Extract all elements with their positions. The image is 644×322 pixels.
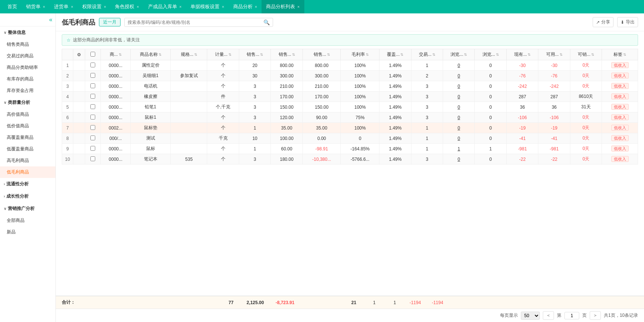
sort-icon[interactable]: ⇅ <box>400 52 403 57</box>
close-tab-icon[interactable]: × <box>104 4 106 9</box>
row-view1[interactable]: 0 <box>443 60 475 71</box>
row-view1[interactable]: 0 <box>443 92 475 102</box>
view1-link[interactable]: 0 <box>458 73 460 79</box>
row-gear[interactable] <box>73 144 85 154</box>
close-tab-icon[interactable]: × <box>43 4 45 9</box>
row-view1[interactable]: 0 <box>443 133 475 144</box>
row-checkbox-cell[interactable] <box>85 92 101 102</box>
sort-icon[interactable]: ⇅ <box>228 52 231 57</box>
settings-icon[interactable]: ⚙ <box>77 52 81 57</box>
view1-link[interactable]: 0 <box>458 115 460 120</box>
nav-item-商品分析列表[interactable]: 商品分析列表× <box>262 0 304 13</box>
row-checkbox-cell[interactable] <box>85 133 101 144</box>
row-view1[interactable]: 0 <box>443 102 475 112</box>
view1-link[interactable]: 0 <box>458 157 460 162</box>
sort-icon[interactable]: ⇅ <box>528 52 531 57</box>
row-checkbox[interactable] <box>90 115 95 119</box>
sort-icon[interactable]: ⇅ <box>158 52 161 57</box>
row-checkbox[interactable] <box>90 73 95 78</box>
filter-button[interactable]: 近一月 <box>99 18 121 26</box>
row-checkbox[interactable] <box>90 83 95 88</box>
row-gear[interactable] <box>73 154 85 165</box>
sidebar-group-流通性分析[interactable]: ›流通性分析 <box>0 178 55 190</box>
row-checkbox[interactable] <box>90 156 95 161</box>
sort-icon[interactable]: ⇅ <box>591 52 594 57</box>
nav-item-单据模板设置[interactable]: 单据模板设置× <box>186 0 228 13</box>
nav-item-产成品入库单[interactable]: 产成品入库单× <box>144 0 186 13</box>
sort-icon[interactable]: ⇅ <box>292 52 295 57</box>
sidebar-group-成长性分析[interactable]: ›成长性分析 <box>0 190 55 203</box>
close-tab-icon[interactable]: × <box>71 4 73 9</box>
sort-icon[interactable]: ⇅ <box>194 52 197 57</box>
row-checkbox[interactable] <box>90 94 95 99</box>
sort-icon[interactable]: ⇅ <box>366 52 369 57</box>
table-container[interactable]: ⚙商...⇅商品名称⇅规格...⇅计量...⇅销售...⇅销售...⇅销售...… <box>56 49 644 296</box>
row-gear[interactable] <box>73 133 85 144</box>
row-checkbox[interactable] <box>90 146 95 151</box>
row-checkbox-cell[interactable] <box>85 71 101 81</box>
sidebar-item-新品[interactable]: 新品 <box>0 226 55 238</box>
row-checkbox-cell[interactable] <box>85 123 101 133</box>
view1-link[interactable]: 1 <box>458 146 460 152</box>
sidebar-item-全部商品[interactable]: 全部商品 <box>0 215 55 226</box>
row-view1[interactable]: 0 <box>443 81 475 92</box>
view1-link[interactable]: 0 <box>458 84 460 89</box>
sidebar-item-销售类商品[interactable]: 销售类商品 <box>0 39 55 50</box>
sidebar-item-高毛利商品[interactable]: 高毛利商品 <box>0 155 55 166</box>
sidebar-item-商品分类助销率[interactable]: 商品分类助销率 <box>0 62 55 73</box>
search-icon[interactable]: 🔍 <box>263 19 270 25</box>
row-checkbox[interactable] <box>90 63 95 67</box>
close-tab-icon[interactable]: × <box>255 4 257 9</box>
nav-item-首页[interactable]: 首页 <box>3 0 22 13</box>
row-checkbox-cell[interactable] <box>85 144 101 154</box>
nav-item-商品分析[interactable]: 商品分析× <box>229 0 262 13</box>
row-view1[interactable]: 0 <box>443 123 475 133</box>
close-tab-icon[interactable]: × <box>179 4 182 9</box>
view1-link[interactable]: 0 <box>458 63 460 68</box>
view1-link[interactable]: 0 <box>458 136 460 141</box>
nav-item-销货单[interactable]: 销货单× <box>22 0 49 13</box>
sort-icon[interactable]: ⇅ <box>260 52 263 57</box>
sidebar-item-交易过的商品[interactable]: 交易过的商品 <box>0 50 55 62</box>
sidebar-item-有库存的商品[interactable]: 有库存的商品 <box>0 73 55 85</box>
row-checkbox-cell[interactable] <box>85 154 101 165</box>
row-gear[interactable] <box>73 71 85 81</box>
sort-icon[interactable]: ⇅ <box>464 52 467 57</box>
row-gear[interactable] <box>73 123 85 133</box>
sidebar-item-低毛利商品[interactable]: 低毛利商品 <box>0 166 55 178</box>
close-tab-icon[interactable]: × <box>297 4 299 9</box>
nav-item-角色授权[interactable]: 角色授权× <box>110 0 143 13</box>
row-checkbox-cell[interactable] <box>85 60 101 71</box>
sort-icon[interactable]: ⇅ <box>432 52 435 57</box>
sort-icon[interactable]: ⇅ <box>560 52 563 57</box>
row-gear[interactable] <box>73 60 85 71</box>
col-checkbox[interactable] <box>85 49 101 60</box>
row-checkbox[interactable] <box>90 125 95 130</box>
view1-link[interactable]: 0 <box>458 125 460 131</box>
row-view1[interactable]: 0 <box>443 154 475 165</box>
nav-item-权限设置[interactable]: 权限设置× <box>78 0 110 13</box>
row-gear[interactable] <box>73 92 85 102</box>
sidebar-group-类群量分析[interactable]: ∨类群量分析 <box>0 96 55 109</box>
row-checkbox-cell[interactable] <box>85 102 101 112</box>
sort-icon[interactable]: ⇅ <box>496 52 499 57</box>
sidebar-item-库存资金占用[interactable]: 库存资金占用 <box>0 85 55 96</box>
sidebar-item-低价值商品[interactable]: 低价值商品 <box>0 120 55 132</box>
per-page-select[interactable]: 50 100 200 <box>521 312 540 320</box>
row-checkbox-cell[interactable] <box>85 81 101 92</box>
page-number-input[interactable] <box>564 312 579 319</box>
row-checkbox-cell[interactable] <box>85 112 101 123</box>
prev-page-button[interactable]: ＜ <box>543 311 554 320</box>
row-gear[interactable] <box>73 102 85 112</box>
sidebar-item-高覆盖量商品[interactable]: 高覆盖量商品 <box>0 132 55 143</box>
sort-icon[interactable]: ⇅ <box>327 52 330 57</box>
row-view1[interactable]: 1 <box>443 144 475 154</box>
nav-item-进货单[interactable]: 进货单× <box>49 0 77 13</box>
share-button[interactable]: ↗ 分享 <box>593 17 613 27</box>
sidebar-item-低覆盖量商品[interactable]: 低覆盖量商品 <box>0 143 55 155</box>
sidebar-collapse-btn[interactable]: « <box>49 16 52 23</box>
row-gear[interactable] <box>73 112 85 123</box>
row-checkbox[interactable] <box>90 136 95 140</box>
close-tab-icon[interactable]: × <box>137 4 139 9</box>
search-input[interactable] <box>128 20 261 25</box>
